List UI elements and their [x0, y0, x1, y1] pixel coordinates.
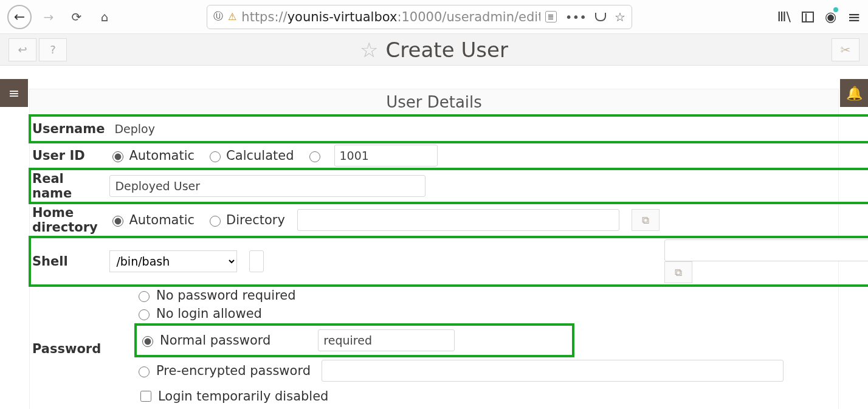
label-user-id: User ID — [30, 142, 107, 169]
library-icon[interactable]: Ⅲ\ — [777, 9, 791, 24]
shell-select[interactable]: /bin/bash — [109, 250, 237, 272]
url-text: https://younis-virtualbox:10000/useradmi… — [241, 10, 540, 24]
bookmark-star-icon[interactable]: ☆ — [615, 10, 625, 24]
nav-back-button[interactable]: ← — [7, 5, 32, 29]
home-directory-browse-button[interactable]: ⧉ — [632, 209, 660, 231]
url-bar[interactable]: Ⓤ ⚠ https://younis-virtualbox:10000/user… — [207, 5, 632, 29]
user-id-automatic-radio[interactable] — [112, 151, 123, 162]
browser-chrome: ← → ⟳ ⌂ Ⓤ ⚠ https://younis-virtualbox:10… — [0, 0, 868, 34]
section-user-details: User Details — [29, 89, 839, 115]
app-back-button[interactable]: ↩ — [9, 38, 36, 61]
content-area: User Details Username User ID Automatic … — [0, 66, 868, 409]
login-temp-disabled-checkbox[interactable] — [140, 391, 151, 402]
reader-mode-icon[interactable]: ≣ — [545, 11, 557, 22]
nav-reload-button[interactable]: ⟳ — [66, 6, 88, 28]
pocket-icon[interactable] — [595, 13, 606, 21]
snip-button[interactable]: ✂ — [832, 38, 859, 61]
app-help-button[interactable]: ? — [39, 38, 67, 61]
label-password: Password — [30, 286, 133, 409]
label-home-directory: Home directory — [30, 203, 107, 237]
pw-normal-input[interactable] — [318, 329, 455, 351]
nav-forward-button[interactable]: → — [38, 6, 60, 28]
home-automatic-radio[interactable] — [112, 216, 123, 227]
pw-normal-radio[interactable] — [142, 336, 153, 347]
page-title: Create User — [386, 38, 508, 62]
lock-warning-icon: ⚠ — [228, 11, 236, 22]
login-temp-disabled-label: Login temporarily disabled — [158, 389, 328, 404]
shell-extra-input[interactable] — [664, 239, 868, 261]
label-shell: Shell — [30, 237, 107, 286]
pw-none-label: No password required — [156, 288, 296, 303]
nav-home-button[interactable]: ⌂ — [94, 6, 115, 28]
pw-preenc-label: Pre-encrypted password — [156, 363, 311, 378]
user-id-calculated-label: Calculated — [226, 148, 294, 163]
sidebar-icon[interactable] — [802, 12, 814, 22]
shell-browse-button[interactable]: ⧉ — [664, 261, 692, 283]
app-menu-icon[interactable]: ≡ — [847, 8, 861, 26]
user-id-calculated-radio[interactable] — [210, 151, 221, 162]
home-directory-label: Directory — [226, 213, 285, 227]
favorite-star-icon[interactable]: ☆ — [360, 38, 378, 62]
user-id-input[interactable] — [334, 145, 438, 167]
username-input[interactable] — [109, 118, 334, 140]
pw-none-radio[interactable] — [139, 291, 150, 302]
app-header: ↩ ? ☆ Create User ✂ — [0, 34, 868, 66]
more-actions-icon[interactable]: ••• — [565, 10, 587, 24]
label-real-name: Real name — [30, 169, 107, 203]
pw-preenc-input[interactable] — [322, 360, 784, 382]
account-icon[interactable]: ◉ — [825, 9, 836, 24]
pw-preenc-radio[interactable] — [139, 366, 150, 377]
home-automatic-label: Automatic — [129, 213, 195, 227]
home-directory-radio[interactable] — [210, 216, 221, 227]
shell-custom-input[interactable] — [249, 250, 264, 272]
user-id-custom-radio[interactable] — [309, 151, 320, 162]
pw-nolog-radio[interactable] — [139, 309, 150, 320]
real-name-input[interactable] — [109, 175, 425, 197]
user-id-automatic-label: Automatic — [129, 148, 195, 163]
home-directory-input[interactable] — [297, 209, 619, 231]
pw-normal-label: Normal password — [160, 333, 270, 348]
pw-nolog-label: No login allowed — [156, 306, 262, 321]
shield-icon: Ⓤ — [213, 10, 223, 23]
label-username: Username — [30, 115, 107, 142]
